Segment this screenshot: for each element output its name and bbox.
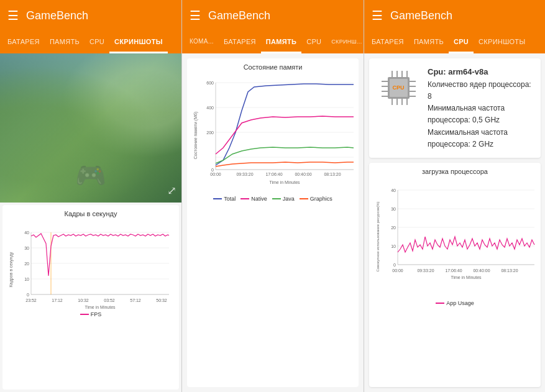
tab-battery-p2[interactable]: БАТАРЕЯ [219, 31, 261, 53]
tab-memory-p1[interactable]: ПАМЯТЬ [45, 31, 85, 53]
svg-text:10: 10 [391, 244, 396, 248]
cpu-name: Cpu: arm64-v8a [428, 66, 533, 79]
svg-text:Time in Minutes: Time in Minutes [269, 180, 300, 185]
memory-chart-container: Состояние памяти Состояние памяти (Мб) 6… [187, 58, 359, 387]
svg-text:Time in Minutes: Time in Minutes [451, 275, 482, 280]
app-title-panel2: GameBench [208, 9, 270, 22]
legend-java-dot [272, 198, 281, 199]
fps-chart-container: Кадры в секунду Кадров в секунду 40 30 [2, 205, 179, 390]
header-panel3: ☰ GameBench [364, 0, 545, 31]
expand-icon[interactable]: ⤢ [167, 184, 176, 198]
legend-app-usage-label: App Usage [446, 300, 474, 306]
legend-native-dot [240, 198, 249, 199]
svg-text:Совокупное использование ресур: Совокупное использование ресурсов(%) [376, 201, 380, 271]
fps-legend: FPS [7, 311, 174, 317]
svg-text:50:32: 50:32 [156, 298, 167, 303]
tab-screenshots-p2[interactable]: СКРИНШ... [326, 31, 367, 53]
cpu-info-card: CPU [369, 58, 541, 158]
nav-tabs-panel2: КОМА... БАТАРЕЯ ПАМЯТЬ CPU СКРИНШ... [182, 31, 364, 53]
cpu-cores: Количество ядер процессора: 8 [428, 79, 533, 103]
svg-text:00:00: 00:00 [392, 268, 403, 273]
tab-cpu-p1[interactable]: CPU [85, 31, 109, 53]
svg-text:00:40:00: 00:40:00 [473, 268, 490, 273]
cpu-chart-card: загрузка процессора Совокупное использов… [369, 163, 541, 387]
svg-text:400: 400 [206, 106, 214, 110]
tab-screenshots-p1[interactable]: СКРИНШОТЫ [109, 31, 168, 53]
game-screenshot: ⤢ [0, 53, 181, 203]
tab-memory-p3[interactable]: ПАМЯТЬ [409, 31, 449, 53]
svg-text:40: 40 [24, 230, 29, 235]
nav-tabs-panel1: БАТАРЕЯ ПАМЯТЬ CPU СКРИНШОТЫ [0, 31, 181, 53]
tab-battery-p3[interactable]: БАТАРЕЯ [367, 31, 409, 53]
legend-app-usage: App Usage [436, 300, 474, 306]
svg-text:09:33:20: 09:33:20 [417, 268, 434, 273]
svg-text:0: 0 [211, 168, 214, 172]
svg-text:20: 20 [24, 262, 29, 266]
cpu-load-chart: Совокупное использование ресурсов(%) 40 … [374, 178, 539, 299]
legend-total-label: Total [224, 196, 236, 202]
svg-text:23:52: 23:52 [25, 298, 37, 303]
svg-text:17:06:40: 17:06:40 [445, 268, 462, 273]
svg-text:CPU: CPU [392, 84, 404, 91]
svg-text:0: 0 [27, 293, 29, 297]
svg-text:40: 40 [391, 188, 396, 193]
legend-java: Java [272, 196, 295, 202]
legend-java-label: Java [283, 196, 295, 202]
legend-graphics: Graphics [300, 196, 332, 202]
fps-y-label: Кадров в секунду [9, 252, 14, 287]
header-panel1: ☰ GameBench [0, 0, 181, 31]
svg-text:30: 30 [24, 246, 29, 250]
panel-screenshots: ☰ GameBench БАТАРЕЯ ПАМЯТЬ CPU СКРИНШОТЫ… [0, 0, 182, 392]
legend-native: Native [240, 196, 267, 202]
svg-text:08:13:20: 08:13:20 [501, 268, 518, 273]
svg-text:10:32: 10:32 [78, 298, 89, 303]
cpu-min-freq: Минимальная частота процессора: 0,5 GHz [428, 103, 533, 126]
content-panel3: CPU [364, 53, 545, 392]
header-panel2: ☰ GameBench [182, 0, 364, 31]
memory-legend: Total Native Java Graphics [192, 196, 354, 202]
nav-tabs-panel3: БАТАРЕЯ ПАМЯТЬ CPU СКРИНШОТЫ [364, 31, 545, 53]
legend-app-usage-dot [436, 303, 444, 304]
app-title-panel1: GameBench [26, 9, 88, 22]
svg-text:03:52: 03:52 [104, 298, 115, 303]
memory-chart-title: Состояние памяти [192, 63, 354, 71]
legend-graphics-label: Graphics [310, 196, 332, 202]
legend-native-label: Native [251, 196, 267, 202]
tab-memory-p2[interactable]: ПАМЯТЬ [261, 31, 301, 53]
legend-total: Total [213, 196, 236, 202]
tab-screenshots-p3[interactable]: СКРИНШОТЫ [474, 31, 530, 53]
tab-cpu-p3[interactable]: CPU [449, 31, 474, 53]
fps-x-label: Time in Minutes [85, 305, 116, 309]
fps-chart-title: Кадры в секунду [7, 210, 174, 217]
tab-komandu-p2[interactable]: КОМА... [185, 31, 219, 53]
tab-cpu-p2[interactable]: CPU [301, 31, 326, 53]
menu-icon-panel1[interactable]: ☰ [7, 8, 19, 23]
cpu-chip-icon: CPU [378, 68, 419, 108]
panel-cpu: ☰ GameBench БАТАРЕЯ ПАМЯТЬ CPU СКРИНШОТЫ… [364, 0, 545, 392]
svg-text:17:12: 17:12 [52, 298, 63, 303]
svg-text:200: 200 [206, 130, 214, 135]
legend-fps-label: FPS [91, 311, 102, 317]
cpu-legend: App Usage [374, 300, 536, 306]
legend-total-dot [213, 198, 222, 199]
svg-text:20: 20 [391, 226, 396, 230]
svg-text:600: 600 [206, 81, 214, 85]
cpu-info-text: Cpu: arm64-v8a Количество ядер процессор… [428, 66, 533, 150]
menu-icon-panel3[interactable]: ☰ [372, 8, 383, 23]
memory-chart: Состояние памяти (Мб) 600 400 200 0 [192, 73, 359, 194]
legend-graphics-dot [300, 198, 308, 199]
tab-battery-p1[interactable]: БАТАРЕЯ [2, 31, 45, 53]
svg-text:08:13:20: 08:13:20 [324, 172, 341, 176]
svg-text:00:40:00: 00:40:00 [295, 172, 311, 176]
cpu-chart-title: загрузка процессора [374, 168, 536, 175]
cpu-icon-box: CPU [377, 66, 420, 109]
menu-icon-panel2[interactable]: ☰ [190, 8, 201, 23]
svg-text:17:06:40: 17:06:40 [265, 172, 282, 176]
panel-memory: ☰ GameBench КОМА... БАТАРЕЯ ПАМЯТЬ CPU С… [182, 0, 364, 392]
fps-chart: Кадров в секунду 40 30 20 10 0 [7, 220, 174, 310]
content-panel2: Состояние памяти Состояние памяти (Мб) 6… [182, 53, 364, 392]
content-panel1: ⤢ Кадры в секунду Кадров в секунду [0, 53, 181, 392]
svg-text:Состояние памяти (Мб): Состояние памяти (Мб) [193, 112, 198, 160]
svg-text:10: 10 [24, 277, 29, 281]
cpu-max-freq: Максимальная частота процессора: 2 GHz [428, 127, 533, 150]
